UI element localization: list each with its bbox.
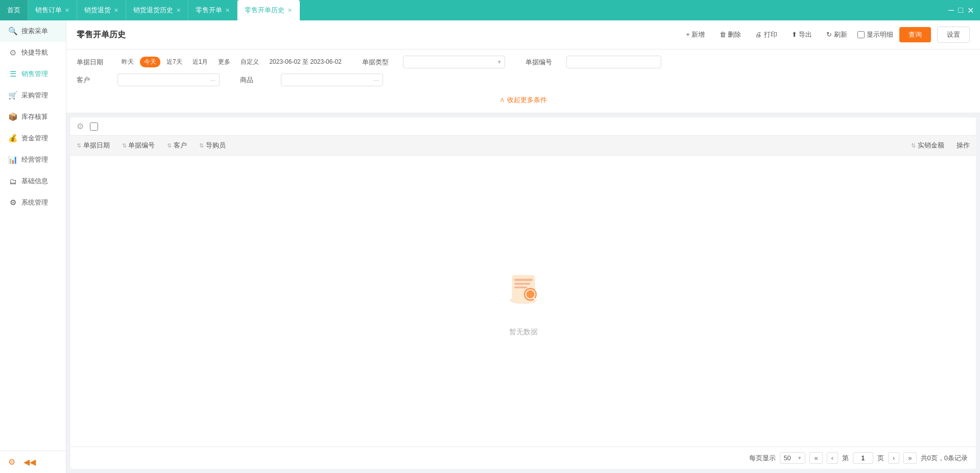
display-toggle-checkbox[interactable] [857,31,865,38]
sidebar-item-finance[interactable]: 💰 资金管理 [0,128,66,149]
tab-retail-history[interactable]: 零售开单历史 ✕ [237,0,300,20]
sidebar-item-base-info[interactable]: 🗂 基础信息 [0,170,66,192]
table-settings-icon[interactable]: ⚙ [77,121,84,131]
add-label: + 新增 [686,30,705,39]
date-btn-last1m[interactable]: 近1月 [188,57,212,67]
date-filter-label: 单据日期 [77,58,107,67]
tab-retail-open-close[interactable]: ✕ [225,7,230,14]
export-button[interactable]: ⬆ 导出 [787,28,817,41]
customer-input-wrapper: ··· [117,73,220,86]
col-amount-sort-icon: ⇅ [911,142,916,148]
tab-sales-return-history-close[interactable]: ✕ [176,7,181,14]
col-customer-sort-icon: ⇅ [167,142,172,148]
tab-retail-open-label: 零售开单 [196,6,222,15]
tab-sales-return-label: 销货退货 [84,6,111,15]
tab-retail-open[interactable]: 零售开单 ✕ [188,0,237,20]
add-button[interactable]: + 新增 [682,28,709,41]
query-button[interactable]: 查询 [899,27,931,42]
toolbar: + 新增 🗑 删除 🖨 打印 ⬆ 导出 ↻ 刷新 显示明细 [682,27,970,43]
next-page-button[interactable]: › [888,452,899,464]
svg-rect-4 [514,286,527,288]
col-salesperson[interactable]: ⇅ 导购员 [193,136,232,156]
prev-page-button[interactable]: ‹ [827,452,838,464]
sidebar-item-sales-mgmt[interactable]: ☰ 销售管理 [0,63,66,85]
export-label: ⬆ 导出 [792,30,812,39]
window-max-button[interactable]: □ [958,6,963,15]
tab-sales-return-close[interactable]: ✕ [114,7,118,14]
customer-filter-label: 客户 [77,76,107,85]
tab-sales-order-label: 销售订单 [35,6,62,15]
empty-text: 暂无数据 [509,328,538,337]
delete-button[interactable]: 🗑 删除 [715,28,746,41]
per-page-select-wrapper: 50 10 20 100 [780,452,805,464]
table-head: ⇅ 单据日期 ⇅ 单据编号 ⇅ 客户 ⇅ 导购员 [70,136,976,156]
content-area: 零售开单历史 + 新增 🗑 删除 🖨 打印 ⬆ 导出 ↻ 刷新 [66,20,980,473]
doc-type-select-wrapper [403,56,505,68]
page-number-input[interactable] [853,452,873,464]
date-btn-last7[interactable]: 近7天 [162,57,186,67]
tab-sales-order[interactable]: 销售订单 ✕ [28,0,77,20]
sidebar-collapse-icon[interactable]: ◀◀ [23,457,36,467]
window-close-button[interactable]: ✕ [967,6,974,15]
col-no[interactable]: ⇅ 单据编号 [116,136,161,156]
last-page-button[interactable]: » [903,452,916,464]
col-customer[interactable]: ⇅ 客户 [161,136,193,156]
refresh-button[interactable]: ↻ 刷新 [822,28,851,41]
doc-type-filter-label: 单据类型 [362,58,393,67]
sidebar-bottom: ⚙ ◀◀ [0,451,66,473]
doc-type-select[interactable] [403,56,505,68]
doc-no-input[interactable] [566,56,661,68]
col-action-label: 操作 [957,141,970,149]
sidebar-item-purchase-mgmt[interactable]: 🛒 采购管理 [0,85,66,106]
tab-sales-order-close[interactable]: ✕ [65,7,69,14]
date-range-display: 2023-06-02 至 2023-06-02 [269,58,341,66]
first-page-button[interactable]: « [809,452,822,464]
per-page-select[interactable]: 50 10 20 100 [780,452,805,464]
tab-retail-history-label: 零售开单历史 [245,6,284,15]
date-buttons: 昨天 今天 近7天 近1月 更多 自定义 2023-06-02 至 2023-0… [117,57,342,67]
search-icon: 🔍 [8,27,17,36]
product-filter-label: 商品 [240,76,271,85]
sidebar-item-sys-mgmt[interactable]: ⚙ 系统管理 [0,192,66,213]
svg-rect-3 [514,283,531,285]
empty-icon [500,266,546,321]
sidebar-sys-mgmt-label: 系统管理 [21,198,48,207]
refresh-label: ↻ 刷新 [826,30,847,39]
operations-icon: 📊 [8,155,17,164]
customer-input[interactable] [117,73,220,86]
tab-sales-return[interactable]: 销货退货 ✕ [77,0,126,20]
tab-sales-return-history[interactable]: 销货退货历史 ✕ [126,0,188,20]
sidebar-item-operations[interactable]: 📊 经营管理 [0,149,66,170]
collapse-row: ∧ 收起更多条件 [77,91,970,107]
product-input[interactable] [281,73,383,86]
col-amount[interactable]: ⇅ 实销金额 [905,136,950,156]
sidebar-item-search[interactable]: 🔍 搜索采单 [0,20,66,42]
window-controls: ─ □ ✕ [942,6,980,15]
print-button[interactable]: 🖨 打印 [751,28,781,41]
data-table: ⇅ 单据日期 ⇅ 单据编号 ⇅ 客户 ⇅ 导购员 [70,136,976,156]
filter-row-2: 客户 ··· 商品 ··· [77,73,970,86]
col-no-sort-icon: ⇅ [122,142,127,148]
col-spacer [232,136,905,156]
col-amount-label: 实销金额 [918,141,944,149]
col-no-label: 单据编号 [128,141,155,149]
col-date[interactable]: ⇅ 单据日期 [70,136,116,156]
inventory-icon: 📦 [8,112,17,121]
date-btn-today[interactable]: 今天 [140,57,160,67]
select-all-checkbox[interactable] [90,122,98,131]
sidebar-item-inventory[interactable]: 📦 库存核算 [0,106,66,128]
collapse-label: ∧ 收起更多条件 [499,95,547,105]
sys-mgmt-icon: ⚙ [8,198,17,207]
tab-retail-history-close[interactable]: ✕ [288,7,292,14]
date-btn-custom[interactable]: 自定义 [236,57,263,67]
page-end-word: 页 [877,454,884,463]
tab-home[interactable]: 首页 [0,0,28,20]
window-min-button[interactable]: ─ [948,6,954,15]
date-btn-more[interactable]: 更多 [214,57,234,67]
collapse-button[interactable]: ∧ 收起更多条件 [499,95,547,105]
date-btn-yesterday[interactable]: 昨天 [117,57,138,67]
display-toggle-label: 显示明细 [867,30,893,39]
sidebar-item-quick-nav[interactable]: ⊙ 快捷导航 [0,42,66,63]
settings-button[interactable]: 设置 [937,27,970,43]
sidebar-settings-icon[interactable]: ⚙ [8,457,15,467]
